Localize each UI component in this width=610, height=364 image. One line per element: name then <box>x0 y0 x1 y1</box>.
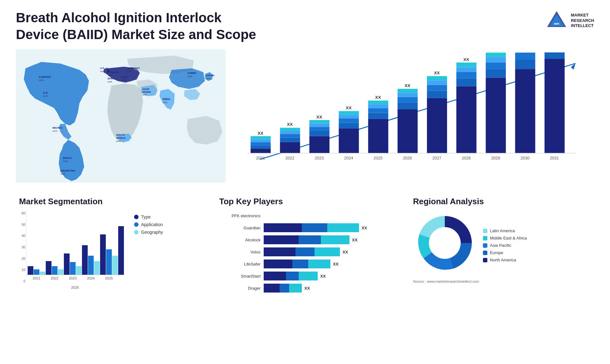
svg-rect-82 <box>427 85 447 91</box>
svg-text:XX: XX <box>375 95 381 100</box>
seg-chart-area: 60 50 40 30 20 10 0 <box>19 211 203 289</box>
player-bar-alcolock: XX <box>264 235 394 244</box>
svg-text:XX: XX <box>287 122 293 127</box>
bottom-row: Market Segmentation 60 50 40 30 20 10 0 <box>16 195 594 297</box>
svg-text:2024: 2024 <box>87 276 95 280</box>
svg-text:SOUTH: SOUTH <box>116 133 125 136</box>
svg-text:XX: XX <box>316 115 322 119</box>
svg-rect-39 <box>251 145 271 149</box>
regional-legend-europe: Europe <box>483 250 527 255</box>
svg-rect-117 <box>46 261 51 275</box>
svg-rect-121 <box>64 253 70 275</box>
svg-text:GERMANY: GERMANY <box>127 67 140 70</box>
northam-label: North America <box>490 258 516 262</box>
players-title: Top Key Players <box>219 197 394 206</box>
svg-text:2025: 2025 <box>374 156 383 160</box>
svg-text:SPAIN: SPAIN <box>107 77 115 80</box>
svg-rect-96 <box>486 63 506 69</box>
logo-icon: MRI <box>546 10 568 32</box>
svg-rect-76 <box>397 93 417 97</box>
svg-rect-62 <box>339 115 359 118</box>
seg-legend-type: Type <box>134 214 163 219</box>
svg-rect-80 <box>427 98 447 153</box>
logo-line2: RESEARCH <box>571 18 594 24</box>
regional-content: Latin America Middle East & Africa Asia … <box>413 211 588 275</box>
svg-text:MEXICO: MEXICO <box>52 126 63 129</box>
svg-rect-38 <box>251 149 271 153</box>
svg-text:BRAZIL: BRAZIL <box>63 157 72 159</box>
regional-legend-latam: Latin America <box>483 228 527 233</box>
player-bar-volvo: XX <box>264 247 394 256</box>
svg-rect-114 <box>34 269 39 275</box>
svg-text:ITALY: ITALY <box>121 76 128 78</box>
title-block: Breath Alcohol Ignition Interlock Device… <box>16 10 264 43</box>
svg-text:xx%: xx% <box>163 101 167 104</box>
svg-text:xx%: xx% <box>108 74 113 77</box>
player-name-alcolock: Alcolock <box>219 238 261 242</box>
mea-dot <box>483 236 487 240</box>
svg-point-134 <box>429 227 461 259</box>
mea-label: Middle East & Africa <box>490 236 527 240</box>
player-xx-guardian: XX <box>362 226 367 230</box>
seg-geo-label: Geography <box>141 230 163 235</box>
svg-text:2031: 2031 <box>550 156 559 160</box>
svg-rect-101 <box>515 69 535 153</box>
svg-text:xx%: xx% <box>52 130 57 132</box>
svg-rect-87 <box>456 86 476 153</box>
segmentation-section: Market Segmentation 60 50 40 30 20 10 0 <box>16 195 207 297</box>
svg-rect-98 <box>486 53 506 57</box>
svg-text:xx%: xx% <box>127 70 132 73</box>
svg-text:xx%: xx% <box>142 94 146 96</box>
svg-text:2021: 2021 <box>33 276 40 280</box>
player-xx-alcolock: XX <box>352 238 357 242</box>
svg-rect-53 <box>309 131 329 136</box>
svg-rect-47 <box>280 134 300 138</box>
source-text: Source : www.marketresearchintellect.com <box>413 280 588 283</box>
svg-rect-59 <box>339 128 359 153</box>
svg-text:CANADA: CANADA <box>39 75 51 78</box>
player-name-guardian: Guardian <box>219 226 261 230</box>
player-bar-pfk <box>264 211 394 220</box>
seg-type-label: Type <box>141 214 151 219</box>
svg-rect-88 <box>456 78 476 86</box>
top-row: CANADA xx% U.S. xx% MEXICO xx% BRAZIL xx… <box>16 49 594 190</box>
northam-dot <box>483 258 487 262</box>
svg-text:xx%: xx% <box>60 172 65 175</box>
player-row-smartstart: SmartStart XX <box>219 272 394 280</box>
apac-label: Asia Pacific <box>490 243 511 248</box>
svg-text:CHINA: CHINA <box>187 71 197 75</box>
svg-text:2030: 2030 <box>520 156 529 160</box>
europe-label: Europe <box>490 250 503 255</box>
svg-text:U.S.: U.S. <box>43 91 49 94</box>
regional-legend-mea: Middle East & Africa <box>483 236 527 240</box>
player-row-volvo: Volvo XX <box>219 247 394 256</box>
svg-text:2022: 2022 <box>285 156 294 160</box>
svg-text:JAPAN: JAPAN <box>206 74 214 77</box>
svg-text:XX: XX <box>346 105 351 110</box>
logo-block: MRI MARKET RESEARCH INTELLECT <box>546 10 594 32</box>
header: Breath Alcohol Ignition Interlock Device… <box>16 10 594 43</box>
svg-rect-46 <box>280 138 300 142</box>
svg-text:2028: 2028 <box>462 156 471 160</box>
svg-rect-69 <box>368 104 388 108</box>
player-name-smartstart: SmartStart <box>219 274 261 279</box>
page-title: Breath Alcohol Ignition Interlock Device… <box>16 10 264 43</box>
player-name-volvo: Volvo <box>219 250 261 254</box>
player-row-pfk: PFK electronics <box>219 211 394 220</box>
svg-rect-74 <box>397 102 417 109</box>
svg-rect-129 <box>100 234 106 275</box>
growth-chart-section: XX 2021 XX 2022 XX 2023 <box>232 49 594 190</box>
svg-text:XX: XX <box>258 131 263 136</box>
seg-geo-dot <box>134 230 139 234</box>
seg-chart-svg: 2021 2022 2023 <box>26 211 128 284</box>
svg-rect-83 <box>427 80 447 85</box>
svg-text:U.K.: U.K. <box>100 67 105 70</box>
growth-chart-svg: XX 2021 XX 2022 XX 2023 <box>235 52 591 186</box>
apac-dot <box>483 243 487 248</box>
svg-rect-106 <box>545 59 565 153</box>
svg-rect-40 <box>251 142 271 145</box>
svg-text:2024: 2024 <box>344 156 353 160</box>
svg-rect-94 <box>486 78 506 153</box>
svg-rect-126 <box>88 256 94 275</box>
svg-rect-130 <box>106 249 112 275</box>
